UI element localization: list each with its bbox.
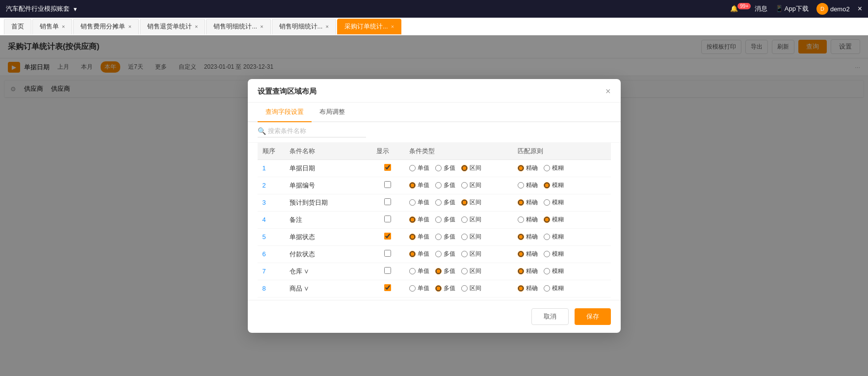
display-checkbox-label[interactable]: [384, 216, 391, 224]
type-radio-label[interactable]: 多值: [435, 267, 455, 275]
type-radio-label[interactable]: 多值: [435, 215, 455, 224]
type-radio[interactable]: [435, 285, 442, 292]
tab-sales-fee[interactable]: 销售费用分摊单 ×: [73, 19, 138, 34]
type-radio-label[interactable]: 单值: [409, 181, 429, 189]
match-radio[interactable]: [518, 234, 524, 240]
display-checkbox[interactable]: [384, 164, 391, 171]
display-checkbox-label[interactable]: [384, 268, 391, 275]
modal-close-button[interactable]: ×: [605, 87, 611, 96]
match-radio[interactable]: [518, 199, 524, 206]
type-radio[interactable]: [461, 268, 468, 274]
tab-close-icon-3[interactable]: ×: [195, 24, 198, 29]
save-button[interactable]: 保存: [575, 308, 611, 325]
match-radio[interactable]: [518, 285, 524, 292]
match-radio-label[interactable]: 模糊: [544, 250, 564, 258]
type-radio-label[interactable]: 区间: [461, 233, 481, 241]
display-checkbox[interactable]: [384, 233, 391, 240]
display-checkbox[interactable]: [384, 198, 391, 205]
type-radio-label[interactable]: 单值: [409, 164, 429, 172]
type-radio[interactable]: [435, 165, 442, 171]
tab-close-icon-2[interactable]: ×: [128, 24, 131, 29]
type-radio[interactable]: [461, 182, 468, 188]
type-radio[interactable]: [435, 216, 442, 223]
tab-sales-detail2[interactable]: 销售明细统计... ×: [272, 19, 336, 34]
type-radio[interactable]: [461, 251, 468, 257]
tab-close-icon-5[interactable]: ×: [325, 24, 328, 29]
match-radio[interactable]: [544, 285, 550, 292]
cancel-button[interactable]: 取消: [531, 308, 569, 325]
type-radio-label[interactable]: 区间: [461, 215, 481, 224]
tab-home[interactable]: 首页: [4, 19, 31, 34]
type-radio-label[interactable]: 单值: [409, 215, 429, 224]
modal-tab-layout[interactable]: 布局调整: [312, 103, 353, 122]
match-radio[interactable]: [544, 182, 550, 188]
type-radio[interactable]: [409, 182, 416, 188]
tab-sales-detail1[interactable]: 销售明细统计... ×: [206, 19, 270, 34]
dropdown-icon[interactable]: ▾: [74, 5, 77, 13]
type-radio-label[interactable]: 单值: [409, 233, 429, 241]
match-radio[interactable]: [518, 268, 524, 274]
type-radio[interactable]: [409, 251, 416, 257]
type-radio-label[interactable]: 多值: [435, 284, 455, 293]
message-area[interactable]: 🔔 99+ 消息: [730, 4, 767, 13]
tab-sales-return[interactable]: 销售退货单统计 ×: [140, 19, 205, 34]
match-radio[interactable]: [518, 251, 524, 257]
type-radio-label[interactable]: 区间: [461, 181, 481, 189]
match-radio-label[interactable]: 精确: [518, 284, 538, 293]
match-radio-label[interactable]: 模糊: [544, 181, 564, 189]
match-radio[interactable]: [518, 182, 524, 188]
match-radio-label[interactable]: 模糊: [544, 198, 564, 207]
type-radio-label[interactable]: 单值: [409, 284, 429, 293]
type-radio[interactable]: [461, 216, 468, 223]
match-radio-label[interactable]: 精确: [518, 198, 538, 207]
match-radio-label[interactable]: 模糊: [544, 284, 564, 293]
display-checkbox[interactable]: [384, 181, 391, 188]
type-radio[interactable]: [461, 234, 468, 240]
match-radio[interactable]: [544, 199, 550, 206]
match-radio[interactable]: [544, 251, 550, 257]
type-radio[interactable]: [409, 165, 416, 171]
type-radio[interactable]: [435, 182, 442, 188]
match-radio[interactable]: [544, 165, 550, 171]
match-radio-label[interactable]: 精确: [518, 267, 538, 275]
type-radio[interactable]: [409, 234, 416, 240]
display-checkbox[interactable]: [384, 267, 391, 274]
tab-purchase-order[interactable]: 采购订单统计... ×: [337, 19, 401, 34]
type-radio-label[interactable]: 区间: [461, 250, 481, 258]
modal-tab-fields[interactable]: 查询字段设置: [258, 103, 312, 122]
type-radio[interactable]: [435, 251, 442, 257]
match-radio-label[interactable]: 精确: [518, 164, 538, 172]
type-radio[interactable]: [435, 234, 442, 240]
tab-sales-order[interactable]: 销售单 ×: [32, 19, 72, 34]
type-radio-label[interactable]: 区间: [461, 198, 481, 207]
match-radio[interactable]: [544, 216, 550, 223]
type-radio[interactable]: [461, 165, 468, 171]
search-input[interactable]: [268, 127, 366, 134]
match-radio-label[interactable]: 精确: [518, 215, 538, 224]
type-radio[interactable]: [461, 199, 468, 206]
display-checkbox-label[interactable]: [384, 199, 391, 207]
match-radio[interactable]: [544, 234, 550, 240]
user-avatar[interactable]: D demo2: [816, 3, 850, 15]
display-checkbox[interactable]: [384, 250, 391, 257]
match-radio-label[interactable]: 模糊: [544, 267, 564, 275]
type-radio-label[interactable]: 多值: [435, 181, 455, 189]
type-radio[interactable]: [409, 216, 416, 223]
display-checkbox-label[interactable]: [384, 182, 391, 189]
type-radio-label[interactable]: 区间: [461, 267, 481, 275]
download-area[interactable]: 📱 App下载: [775, 4, 809, 13]
tab-close-icon-4[interactable]: ×: [260, 24, 263, 29]
display-checkbox[interactable]: [384, 215, 391, 222]
match-radio[interactable]: [544, 268, 550, 274]
match-radio[interactable]: [518, 216, 524, 223]
match-radio[interactable]: [518, 165, 524, 171]
type-radio-label[interactable]: 单值: [409, 267, 429, 275]
type-radio-label[interactable]: 多值: [435, 250, 455, 258]
type-radio[interactable]: [409, 268, 416, 274]
type-radio-label[interactable]: 多值: [435, 164, 455, 172]
display-checkbox-label[interactable]: [384, 234, 391, 241]
match-radio-label[interactable]: 精确: [518, 250, 538, 258]
match-radio-label[interactable]: 模糊: [544, 233, 564, 241]
match-radio-label[interactable]: 精确: [518, 233, 538, 241]
tab-close-icon-6[interactable]: ×: [391, 24, 394, 29]
